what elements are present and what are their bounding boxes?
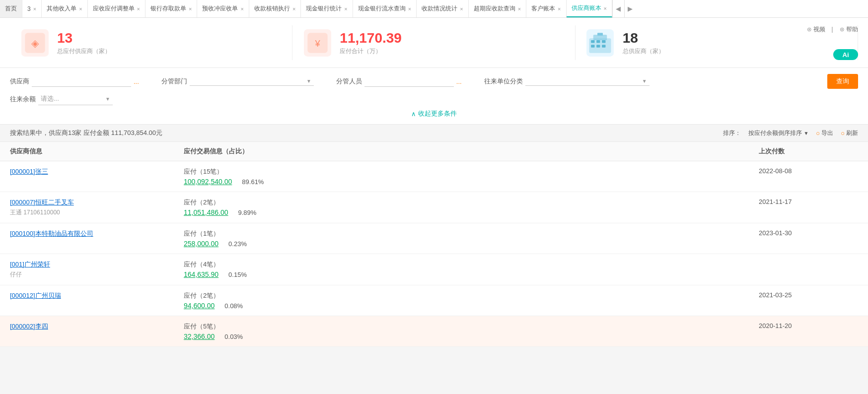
nav-tab-overdue-close[interactable]: × (518, 6, 521, 12)
supplier-ellipsis[interactable]: ... (134, 78, 139, 85)
nav-tab-collection-close[interactable]: × (292, 6, 295, 12)
supplier-input[interactable] (32, 76, 131, 87)
svg-rect-10 (602, 40, 605, 43)
trans-amount-link-3[interactable]: 258,000.00 (184, 240, 218, 248)
filter-row-1: 供应商 ... 分管部门 ▼ 分管人员 ... 往来单位分类 ▼ 查询 (10, 74, 858, 89)
supplier-link-6[interactable]: [000002]李四 (10, 322, 184, 331)
table-row: [000007]恒旺二手叉车 王通 17106110000 应付（2笔） 11,… (0, 192, 868, 223)
supplier-link-3[interactable]: [000100]本特勒油品有限公司 (10, 229, 184, 238)
category-select[interactable]: ▼ (525, 77, 650, 86)
sort-select[interactable]: 按应付余额倒序排序 ▼ (748, 129, 808, 137)
supplier-label: 供应商 (10, 77, 29, 86)
supplier-info-2: [000007]恒旺二手叉车 王通 17106110000 (10, 198, 184, 217)
transaction-info-3: 应付（1笔） 258,000.00 0.23% (184, 229, 759, 248)
supplier-sub-4: 仔仔 (10, 270, 184, 279)
nav-tab-receipt-stat[interactable]: 收款情况统计 × (417, 0, 468, 17)
nav-tab-receipt-stat-close[interactable]: × (460, 6, 463, 12)
nav-tab-customer-ledger[interactable]: 客户账本 × (526, 0, 566, 17)
query-button[interactable]: 查询 (827, 74, 858, 89)
total-payable-icon: ¥ (302, 28, 332, 58)
nav-tab-3-label: 3 (27, 5, 31, 12)
nav-tab-other-income-close[interactable]: × (79, 6, 82, 12)
person-ellipsis[interactable]: ... (456, 78, 462, 85)
summary-text-total-suppliers: 18 总供应商（家） (623, 30, 664, 56)
table-row: [000012]广州贝瑞 应付（2笔） 94,600.00 0.08% 2021… (0, 285, 868, 316)
trans-label-1: 应付（15笔） (184, 167, 759, 176)
nav-tab-other-income-label: 其他收入单 (47, 4, 76, 13)
header-lastpay: 上次付数 (759, 147, 858, 156)
nav-tab-cash-stat[interactable]: 现金银行统计 × (301, 0, 353, 17)
nav-tab-collection[interactable]: 收款核销执行 × (249, 0, 301, 17)
nav-tab-prepay[interactable]: 预收冲应收单 × (197, 0, 249, 17)
person-label: 分管人员 (336, 77, 362, 86)
summary-text-total-payable: 11,170.39 应付合计（万） (340, 30, 402, 56)
trans-amount-6: 32,366.00 (184, 332, 215, 340)
video-link[interactable]: ⊙ 视频 (807, 26, 827, 33)
collapse-button[interactable]: ∧ 收起更多条件 (10, 109, 858, 118)
nav-tab-other-income[interactable]: 其他收入单 × (42, 0, 87, 17)
supplier-link-5[interactable]: [000012]广州贝瑞 (10, 291, 184, 300)
supplier-link-4[interactable]: [001]广州荣轩 (10, 260, 184, 269)
category-chevron-icon: ▼ (642, 78, 647, 84)
nav-tab-customer-ledger-close[interactable]: × (558, 6, 561, 12)
nav-tab-supplier-ledger[interactable]: 供应商账本 × (567, 0, 612, 17)
nav-tab-cash-flow[interactable]: 现金银行流水查询 × (353, 0, 417, 17)
export-button[interactable]: ○ 导出 (816, 129, 833, 137)
nav-next-arrow[interactable]: ▶ (624, 0, 636, 17)
filter-person: 分管人员 ... (336, 76, 462, 87)
nav-tab-3[interactable]: 3 × (22, 0, 42, 17)
nav-tab-3-close[interactable]: × (33, 6, 36, 12)
balance-chevron-icon: ▼ (105, 96, 110, 102)
svg-text:¥: ¥ (314, 38, 320, 48)
filter-department: 分管部门 ▼ (161, 77, 314, 86)
nav-tab-adjust[interactable]: 应收应付调整单 × (88, 0, 145, 17)
trans-amount-link-2[interactable]: 11,051,486.00 (184, 208, 228, 216)
refresh-label: 刷新 (846, 129, 858, 137)
nav-tab-adjust-close[interactable]: × (137, 6, 140, 12)
summary-card-total-payable: ¥ 11,170.39 应付合计（万） (292, 25, 575, 60)
nav-tab-overdue[interactable]: 超期应收款查询 × (469, 0, 526, 17)
category-label: 往来单位分类 (484, 77, 523, 86)
table-row: [000002]李四 应付（5笔） 32,366.00 0.03% 2020-1… (0, 316, 868, 347)
trans-percent-3: 0.23% (228, 240, 247, 248)
last-pay-1: 2022-08-08 (759, 167, 858, 175)
nav-tab-cash-stat-close[interactable]: × (344, 6, 347, 12)
payable-suppliers-icon: ◈ (20, 28, 50, 58)
nav-tab-bank[interactable]: 银行存取款单 × (145, 0, 197, 17)
transaction-info-6: 应付（5笔） 32,366.00 0.03% (184, 322, 759, 340)
svg-rect-13 (602, 45, 605, 48)
person-input[interactable] (364, 76, 454, 87)
balance-select[interactable]: 请选... ▼ (38, 93, 113, 105)
nav-tab-prepay-label: 预收冲应收单 (202, 4, 238, 13)
trans-amount-link-5[interactable]: 94,600.00 (184, 302, 215, 310)
nav-tab-supplier-ledger-label: 供应商账本 (572, 4, 601, 12)
svg-rect-8 (591, 40, 594, 43)
nav-tab-home[interactable]: 首页 (0, 0, 22, 17)
nav-tab-supplier-ledger-close[interactable]: × (604, 5, 607, 11)
nav-tab-prepay-close[interactable]: × (240, 6, 243, 12)
supplier-info-5: [000012]广州贝瑞 (10, 291, 184, 300)
balance-label: 往来余额 (10, 95, 36, 104)
supplier-link-2[interactable]: [000007]恒旺二手叉车 (10, 198, 184, 207)
trans-amount-link-1[interactable]: 100,092,540.00 (184, 178, 232, 186)
ai-button[interactable]: Ai (833, 49, 858, 60)
supplier-link-1[interactable]: [000001]张三 (10, 167, 184, 176)
supplier-info-6: [000002]李四 (10, 322, 184, 331)
supplier-info-3: [000100]本特勒油品有限公司 (10, 229, 184, 238)
trans-amount-link-6[interactable]: 32,366.00 (184, 332, 215, 340)
summary-area: ◈ 13 总应付供应商（家） ¥ 11,170.39 应付合计（万） (0, 18, 868, 68)
trans-amount-link-4[interactable]: 164,635.90 (184, 270, 218, 278)
nav-tab-cash-flow-close[interactable]: × (408, 6, 411, 12)
nav-tab-bank-label: 银行存取款单 (150, 4, 186, 13)
department-select[interactable]: ▼ (190, 77, 314, 86)
table-body: [000001]张三 应付（15笔） 100,092,540.00 89.61%… (0, 161, 868, 347)
svg-rect-15 (597, 33, 603, 36)
svg-text:◈: ◈ (31, 38, 39, 49)
nav-prev-arrow[interactable]: ◀ (612, 0, 624, 17)
export-label: 导出 (821, 129, 833, 137)
collapse-up-icon: ∧ (411, 110, 416, 118)
nav-tab-bank-close[interactable]: × (189, 6, 192, 12)
help-link[interactable]: ⊙ 帮助 (840, 26, 858, 33)
total-payable-number: 11,170.39 (340, 30, 402, 47)
refresh-button[interactable]: ○ 刷新 (841, 129, 858, 137)
